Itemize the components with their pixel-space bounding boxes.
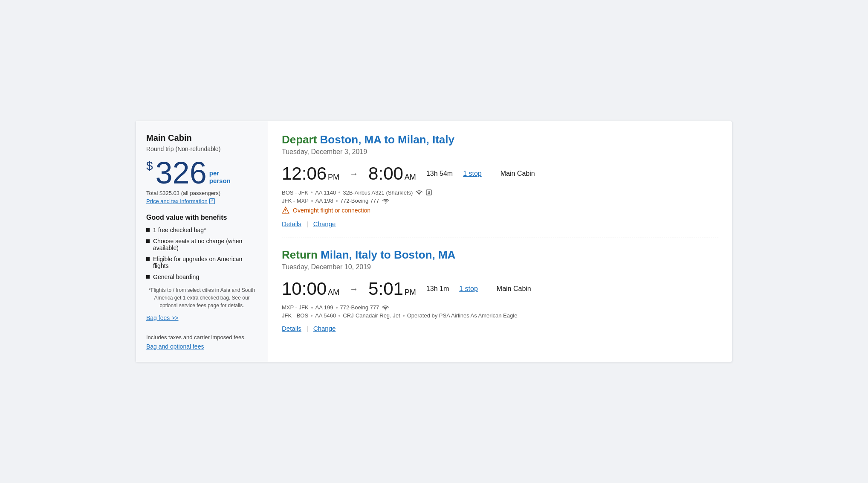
depart-time: 12:06PM — [282, 163, 339, 184]
return-depart-time: 10:00AM — [282, 279, 339, 299]
outlet-icon — [425, 189, 432, 196]
depart-change-link[interactable]: Change — [313, 220, 336, 227]
dot-separator — [336, 307, 338, 308]
optional-fees-link[interactable]: Bag and optional fees — [146, 343, 258, 350]
footnote-text: *Flights to / from select cities in Asia… — [146, 286, 258, 309]
svg-rect-1 — [428, 191, 428, 192]
sidebar-footer: Includes taxes and carrier imposed fees.… — [146, 334, 258, 350]
dot-separator — [311, 200, 313, 202]
arrow-icon-return: → — [350, 284, 358, 294]
dot-separator — [311, 307, 313, 308]
return-stops[interactable]: 1 stop — [459, 285, 478, 293]
sidebar: Main Cabin Round trip (Non-refundable) $… — [136, 121, 268, 362]
return-section: Return Milan, Italy to Boston, MA Tuesda… — [282, 248, 718, 332]
per-person-label: per person — [209, 169, 231, 185]
action-separator: | — [307, 220, 308, 227]
wifi-icon — [415, 189, 423, 195]
depart-route: Boston, MA to Milan, Italy — [320, 133, 454, 146]
depart-timing: 12:06PM → 8:00AM 13h 54m 1 stop Main Cab… — [282, 163, 718, 184]
bullet-icon — [146, 239, 150, 243]
depart-cabin: Main Cabin — [501, 170, 535, 177]
dot-separator — [336, 200, 338, 202]
depart-duration: 13h 54m — [426, 170, 453, 177]
dollar-sign: $ — [146, 160, 153, 172]
return-duration: 13h 1m — [426, 285, 449, 293]
return-change-link[interactable]: Change — [313, 325, 336, 332]
svg-rect-0 — [426, 190, 431, 195]
return-route: Milan, Italy to Boston, MA — [321, 248, 455, 261]
price-amount: 326 — [156, 157, 207, 188]
depart-direction: Depart Boston, MA to Milan, Italy — [282, 133, 718, 146]
price-row: $ 326 per person — [146, 157, 258, 188]
bullet-icon — [146, 275, 150, 279]
bullet-icon — [146, 228, 150, 232]
action-separator: | — [307, 325, 308, 332]
benefit-item-4: General boarding — [146, 274, 258, 280]
wifi-icon-3 — [382, 305, 389, 311]
warning-icon — [282, 207, 289, 214]
depart-segment1-details: BOS - JFK AA 1140 32B-Airbus A321 (Shark… — [282, 189, 718, 196]
return-timing: 10:00AM → 5:01PM 13h 1m 1 stop Main Cabi… — [282, 279, 718, 299]
depart-word: Depart — [282, 133, 317, 146]
depart-header: Depart Boston, MA to Milan, Italy Tuesda… — [282, 133, 718, 156]
svg-rect-2 — [429, 191, 430, 192]
overnight-warning: Overnight flight or connection — [282, 207, 718, 214]
total-price: Total $325.03 (all passengers) — [146, 190, 258, 196]
benefits-title: Good value with benefits — [146, 214, 258, 221]
return-word: Return — [282, 248, 318, 261]
dot-separator — [311, 315, 312, 317]
main-content: Depart Boston, MA to Milan, Italy Tuesda… — [268, 121, 732, 362]
return-cabin: Main Cabin — [497, 285, 531, 293]
depart-date: Tuesday, December 3, 2019 — [282, 148, 718, 156]
arrive-time: 8:00AM — [368, 163, 416, 184]
return-date: Tuesday, December 10, 2019 — [282, 263, 718, 271]
return-actions: Details | Change — [282, 325, 718, 332]
price-tax-link[interactable]: Price and tax information — [146, 198, 258, 204]
benefit-item-3: Eligible for upgrades on American flight… — [146, 256, 258, 269]
benefit-item-2: Choose seats at no charge (when availabl… — [146, 238, 258, 251]
booking-card: Main Cabin Round trip (Non-refundable) $… — [136, 121, 732, 362]
depart-segment2-details: JFK - MXP AA 198 772-Boeing 777 — [282, 198, 718, 204]
return-segment1-details: MXP - JFK AA 199 772-Boeing 777 — [282, 304, 718, 311]
bullet-icon — [146, 257, 150, 261]
svg-point-3 — [285, 212, 286, 212]
return-details-link[interactable]: Details — [282, 325, 301, 332]
return-segment2-details: JFK - BOS AA 5460 CRJ-Canadair Reg. Jet … — [282, 312, 718, 319]
external-link-icon — [209, 198, 215, 204]
depart-details-link[interactable]: Details — [282, 220, 301, 227]
arrow-icon: → — [350, 169, 358, 179]
cabin-type-label: Main Cabin — [146, 133, 258, 143]
section-divider — [282, 238, 718, 238]
dot-separator — [339, 315, 340, 317]
depart-actions: Details | Change — [282, 220, 718, 227]
return-direction: Return Milan, Italy to Boston, MA — [282, 248, 718, 262]
bag-fees-link[interactable]: Bag fees >> — [146, 314, 258, 321]
dot-separator — [339, 192, 340, 193]
depart-section: Depart Boston, MA to Milan, Italy Tuesda… — [282, 133, 718, 227]
wifi-icon-2 — [382, 198, 390, 204]
footer-text: Includes taxes and carrier imposed fees. — [146, 334, 258, 340]
return-arrive-time: 5:01PM — [368, 279, 416, 299]
benefit-item-1: 1 free checked bag* — [146, 227, 258, 233]
return-header: Return Milan, Italy to Boston, MA Tuesda… — [282, 248, 718, 271]
dot-separator — [403, 315, 405, 317]
trip-type-label: Round trip (Non-refundable) — [146, 145, 258, 152]
dot-separator — [311, 192, 312, 193]
depart-stops[interactable]: 1 stop — [463, 170, 482, 177]
